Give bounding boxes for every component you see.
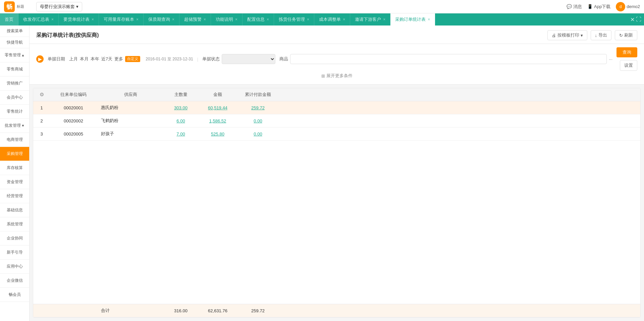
sidebar-item-basic[interactable]: 基础信息	[0, 203, 29, 217]
date-custom-badge[interactable]: 自定义	[125, 56, 140, 62]
settings-button[interactable]: 设置	[620, 60, 637, 71]
table-row[interactable]: 3 00020005 好孩子 7.00 525.80 0.00	[33, 127, 640, 141]
store-selector[interactable]: 母婴行业演示账套 ▾	[36, 2, 82, 11]
row-paid[interactable]: 259.72	[238, 101, 278, 114]
tab-purchase-stats[interactable]: 采购订单统计表 ×	[390, 13, 435, 25]
sidebar-item-finance[interactable]: 资金管理	[0, 175, 29, 189]
row-qty[interactable]: 303.00	[164, 101, 198, 114]
more-icon[interactable]: ···	[609, 57, 612, 62]
tab-goods-stats[interactable]: 要货单统计表 ×	[59, 13, 99, 25]
sidebar-item-retail-shop[interactable]: 零售商城	[0, 62, 29, 76]
table-row[interactable]: 2 00020002 飞鹤奶粉 6.00 1,586.52 0.00	[33, 114, 640, 127]
row-num: 3	[33, 127, 50, 141]
row-amount[interactable]: 60,519.44	[198, 101, 238, 114]
row-qty[interactable]: 7.00	[164, 127, 198, 141]
tab-close-all-button[interactable]: ✕	[630, 16, 635, 23]
sidebar-item-app-center[interactable]: 应用中心	[0, 260, 29, 274]
sidebar-item-wechat[interactable]: 企业微信	[0, 274, 29, 288]
tab-goods-stats-close[interactable]: ×	[92, 17, 94, 22]
tab-config[interactable]: 配置信息 ×	[243, 13, 274, 25]
tab-invite-close[interactable]: ×	[383, 17, 385, 22]
tab-expiry-close[interactable]: ×	[172, 17, 174, 22]
tab-cost-adjust[interactable]: 成本调整单 ×	[314, 13, 350, 25]
message-button[interactable]: 💬 消息	[567, 4, 582, 10]
tab-expiry[interactable]: 保质期查询 ×	[144, 13, 179, 25]
status-filter: 单据状态 待审核 已审核	[202, 54, 275, 64]
footer-amount: 62,631.76	[198, 304, 238, 317]
tab-purchase-stats-close[interactable]: ×	[428, 17, 430, 22]
tab-overstock-close[interactable]: ×	[204, 17, 206, 22]
sidebar-item-quick-nav[interactable]: 快捷导航	[0, 37, 29, 48]
row-qty[interactable]: 6.00	[164, 114, 198, 127]
filter-toggle-button[interactable]: ▶	[36, 55, 44, 63]
goods-input[interactable]	[290, 54, 607, 64]
column-settings-icon[interactable]: ⚙	[40, 92, 44, 97]
tab-home[interactable]: 首页	[0, 13, 18, 25]
tab-function-desc-close[interactable]: ×	[235, 17, 237, 22]
table-row[interactable]: 1 00020001 惠氏奶粉 303.00 60,519.44 259.72	[33, 101, 640, 114]
shortcut-last-month[interactable]: 上月	[69, 56, 78, 62]
row-code: 00020002	[50, 114, 97, 127]
row-amount[interactable]: 1,586.52	[198, 114, 238, 127]
sidebar-item-member[interactable]: 会员中心	[0, 91, 29, 105]
col-header-rest	[278, 88, 640, 101]
print-icon: 🖨	[552, 33, 556, 38]
sidebar-item-search[interactable]: 搜索菜单	[0, 25, 29, 37]
refresh-button[interactable]: ↻ 刷新	[615, 30, 637, 40]
tab-config-close[interactable]: ×	[267, 17, 269, 22]
col-header-qty: 主数量	[164, 88, 198, 101]
shortcut-7days[interactable]: 近7天	[101, 56, 112, 62]
sidebar-item-retail-stats[interactable]: 零售统计	[0, 105, 29, 119]
tab-maximize-button[interactable]: ⛶	[636, 16, 641, 22]
tab-cost-adjust-close[interactable]: ×	[343, 17, 345, 22]
user-profile[interactable]: d demo2	[616, 2, 640, 11]
expand-icon: ⊞	[321, 73, 325, 78]
query-button[interactable]: 查询	[616, 47, 637, 57]
sidebar-item-inventory[interactable]: 库存核算	[0, 161, 29, 175]
tab-task[interactable]: 拣货任务管理 ×	[274, 13, 314, 25]
sidebar-item-retail[interactable]: 零售管理 ▲	[0, 48, 29, 62]
print-button[interactable]: 🖨 按模板打印 ▾	[547, 30, 587, 40]
row-paid[interactable]: 0.00	[238, 114, 278, 127]
sidebar-item-ecommerce[interactable]: 电商管理	[0, 133, 29, 147]
row-code: 00020005	[50, 127, 97, 141]
chevron-icon: ▼	[21, 124, 25, 127]
row-paid[interactable]: 0.00	[238, 127, 278, 141]
app-download-button[interactable]: 📱 App下载	[587, 4, 610, 10]
footer-paid: 259.72	[238, 304, 278, 317]
sidebar-item-operation[interactable]: 经营管理	[0, 189, 29, 203]
tab-collect[interactable]: 收发存汇总表 ×	[18, 13, 59, 25]
col-header-amount: 金额	[198, 88, 238, 101]
tab-collect-close[interactable]: ×	[51, 17, 54, 22]
tab-overstock[interactable]: 超储预警 ×	[179, 13, 211, 25]
tab-available-stock[interactable]: 可用量库存账本 ×	[99, 13, 144, 25]
sidebar-item-purchase[interactable]: 采购管理	[0, 147, 29, 161]
export-button[interactable]: ↓ 导出	[591, 30, 612, 40]
sidebar-item-system[interactable]: 系统管理	[0, 217, 29, 231]
sidebar-item-member2[interactable]: 畅会员	[0, 288, 29, 302]
goods-filter: 商品 ···	[279, 54, 612, 64]
chevron-down-icon: ▾	[581, 33, 583, 38]
status-select[interactable]: 待审核 已审核	[222, 54, 275, 64]
footer-empty	[33, 304, 50, 317]
tab-invite[interactable]: 邀请下游客户 ×	[350, 13, 390, 25]
shortcut-this-year[interactable]: 本年	[91, 56, 99, 62]
page-title: 采购订单统计表(按供应商)	[36, 32, 99, 39]
header-actions: 🖨 按模板打印 ▾ ↓ 导出 ↻ 刷新	[547, 30, 638, 40]
chevron-icon: ▲	[21, 53, 25, 57]
tab-function-desc[interactable]: 功能说明 ×	[211, 13, 243, 25]
col-header-supplier: 供应商	[97, 88, 164, 101]
row-supplier: 飞鹤奶粉	[97, 114, 164, 127]
sidebar-item-marketing[interactable]: 营销推广	[0, 76, 29, 91]
shortcut-this-month[interactable]: 本月	[80, 56, 89, 62]
tab-available-stock-close[interactable]: ×	[136, 17, 139, 22]
row-amount[interactable]: 525.80	[198, 127, 238, 141]
expand-more-button[interactable]: ⊞ 展开更多条件	[36, 71, 637, 81]
tab-task-close[interactable]: ×	[307, 17, 309, 22]
sidebar-item-newbie[interactable]: 新手引导	[0, 246, 29, 260]
col-header-settings: ⚙	[33, 88, 50, 101]
shortcut-more[interactable]: 更多	[114, 56, 123, 62]
filter-row: ▶ 单据日期 上月 本月 本年 近7天 更多 自定义 2016-01-01 至 …	[36, 47, 637, 71]
sidebar-item-wholesale[interactable]: 批发管理 ▼	[0, 119, 29, 133]
sidebar-item-enterprise[interactable]: 企业协同	[0, 231, 29, 246]
